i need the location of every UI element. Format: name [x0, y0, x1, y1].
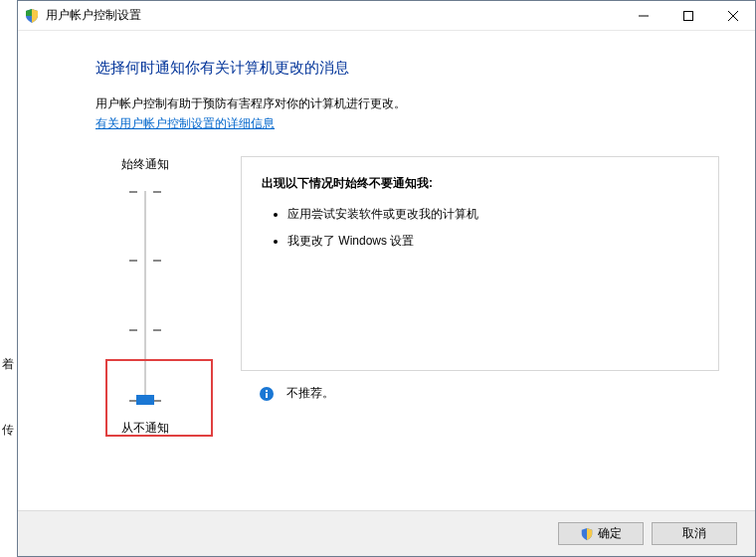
svg-rect-6	[266, 390, 268, 392]
window-title: 用户帐户控制设置	[46, 7, 141, 24]
slider-column: 始终通知 从不通知	[95, 156, 195, 437]
page-heading: 选择何时通知你有关计算机更改的消息	[95, 59, 719, 78]
svg-rect-1	[683, 11, 692, 20]
slider-track	[144, 191, 146, 400]
background-fragment: 着 传	[0, 0, 17, 557]
svg-rect-5	[266, 393, 268, 398]
cancel-button[interactable]: 取消	[652, 522, 737, 545]
button-bar: 确定 取消	[18, 510, 755, 556]
recommendation-text: 不推荐。	[286, 385, 334, 402]
cancel-button-label: 取消	[682, 525, 706, 542]
window-controls	[621, 1, 755, 30]
recommendation-row: 不推荐。	[241, 385, 719, 402]
close-button[interactable]	[710, 1, 755, 30]
description-text: 用户帐户控制有助于预防有害程序对你的计算机进行更改。	[95, 95, 719, 112]
content-area: 选择何时通知你有关计算机更改的消息 用户帐户控制有助于预防有害程序对你的计算机进…	[18, 31, 755, 437]
titlebar: 用户帐户控制设置	[18, 1, 755, 31]
bg-char: 传	[2, 422, 14, 439]
info-icon	[259, 386, 275, 402]
minimize-button[interactable]	[621, 1, 665, 30]
panel-list: 应用尝试安装软件或更改我的计算机 我更改了 Windows 设置	[287, 206, 698, 250]
slider-top-label: 始终通知	[95, 156, 195, 173]
uac-settings-window: 用户帐户控制设置 选择何时通知你有关计算机更改的消息 用户帐户控制有助于预防有害…	[17, 0, 756, 557]
description-panel: 出现以下情况时始终不要通知我: 应用尝试安装软件或更改我的计算机 我更改了 Wi…	[241, 156, 719, 371]
maximize-button[interactable]	[665, 1, 710, 30]
slider-bottom-label: 从不通知	[95, 420, 195, 437]
uac-slider[interactable]	[95, 191, 195, 400]
shield-icon	[24, 8, 40, 24]
settings-body: 始终通知 从不通知 出现以下情况时始终不要通知我: 应用尝试安装软件或更改我的计…	[95, 156, 719, 437]
ok-button[interactable]: 确定	[558, 522, 644, 545]
list-item: 我更改了 Windows 设置	[287, 233, 698, 250]
shield-icon	[580, 527, 594, 541]
description-panel-column: 出现以下情况时始终不要通知我: 应用尝试安装软件或更改我的计算机 我更改了 Wi…	[235, 156, 719, 437]
panel-title: 出现以下情况时始终不要通知我:	[262, 175, 698, 192]
help-link[interactable]: 有关用户帐户控制设置的详细信息	[95, 115, 275, 132]
ok-button-label: 确定	[598, 525, 622, 542]
list-item: 应用尝试安装软件或更改我的计算机	[287, 206, 698, 223]
bg-char: 着	[2, 356, 14, 373]
slider-thumb[interactable]	[136, 395, 154, 405]
